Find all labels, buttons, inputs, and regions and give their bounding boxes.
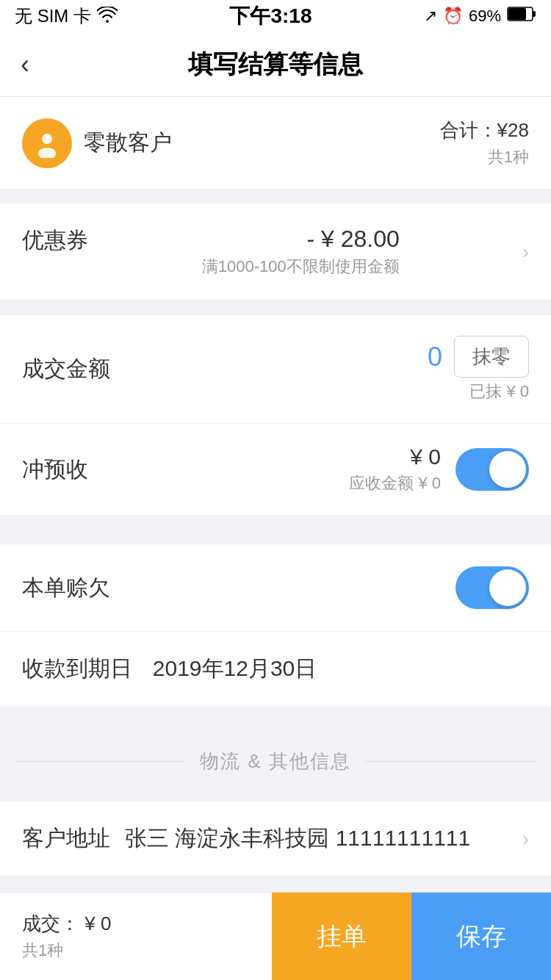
divider-line-left [15, 761, 185, 762]
round-zero-button[interactable]: 抹零 [454, 336, 529, 378]
svg-rect-2 [508, 8, 526, 20]
total-amount: 合计：¥28 [440, 118, 529, 143]
status-left: 无 SIM 卡 [15, 4, 118, 28]
status-time: 下午3:18 [229, 2, 311, 30]
toggle-knob [489, 451, 526, 488]
divider-line-right [366, 761, 536, 762]
battery-label: 69% [469, 7, 501, 26]
bottom-bar: 成交： ¥ 0 共1种 挂单 保存 [0, 892, 551, 980]
customer-total: 合计：¥28 共1种 [440, 118, 529, 168]
main-content: 零散客户 合计：¥28 共1种 优惠券 - ¥ 28.00 满1000-100不… [0, 97, 551, 964]
transaction-sub: 已抹 ¥ 0 [428, 381, 529, 403]
due-date-label: 收款到期日 [22, 656, 132, 680]
prepay-sub: 应收金额 ¥ 0 [349, 472, 441, 494]
credit-label: 本单赊欠 [22, 573, 110, 603]
address-value: 张三 海淀永丰科技园 11111111111 [125, 824, 522, 854]
nav-bar: ‹ 填写结算等信息 [0, 32, 551, 97]
status-bar: 无 SIM 卡 下午3:18 ↗ ⏰ 69% [0, 0, 551, 32]
prepay-right: ¥ 0 应收金额 ¥ 0 [349, 444, 529, 494]
logistics-label: 物流 & 其他信息 [200, 749, 351, 774]
transaction-value: 0 [428, 342, 442, 372]
section-divider-2 [0, 530, 551, 544]
prepay-row: 冲预收 ¥ 0 应收金额 ¥ 0 [0, 424, 551, 515]
credit-row: 本单赊欠 [0, 544, 551, 631]
svg-rect-1 [533, 11, 536, 17]
coupon-label: 优惠券 [22, 226, 88, 256]
address-label: 客户地址 [22, 824, 110, 854]
battery-icon [507, 7, 536, 26]
pending-button[interactable]: 挂单 [272, 893, 411, 981]
transaction-value-col: 0 抹零 已抹 ¥ 0 [428, 336, 529, 403]
due-date-value: 2019年12月30日 [153, 656, 317, 680]
bottom-summary: 成交： ¥ 0 共1种 [0, 911, 272, 962]
customer-row: 零散客户 合计：¥28 共1种 [0, 97, 551, 189]
prepay-label: 冲预收 [22, 455, 88, 485]
back-button[interactable]: ‹ [21, 49, 29, 80]
coupon-desc: 满1000-100不限制使用金额 [202, 256, 400, 278]
amount-row: 0 抹零 [428, 336, 529, 378]
prepay-amount: ¥ 0 [349, 444, 441, 469]
chevron-right-icon: › [522, 240, 529, 264]
address-row[interactable]: 客户地址 张三 海淀永丰科技园 11111111111 › [0, 801, 551, 876]
bottom-summary-count: 共1种 [22, 940, 250, 962]
customer-card: 零散客户 合计：¥28 共1种 [0, 97, 551, 189]
section-divider-1 [0, 300, 551, 315]
coupon-row[interactable]: 优惠券 - ¥ 28.00 满1000-100不限制使用金额 › [0, 203, 551, 300]
customer-info: 零散客户 [22, 118, 172, 168]
status-right: ↗ ⏰ 69% [424, 7, 536, 26]
logistics-divider: 物流 & 其他信息 [0, 735, 551, 787]
credit-toggle[interactable] [455, 566, 529, 609]
save-button[interactable]: 保存 [411, 893, 551, 981]
sim-label: 无 SIM 卡 [15, 4, 91, 28]
location-icon: ↗ [424, 7, 437, 26]
total-count: 共1种 [440, 146, 529, 168]
credit-toggle-knob [489, 569, 526, 606]
coupon-amount: - ¥ 28.00 [202, 226, 400, 253]
alarm-icon: ⏰ [443, 7, 463, 26]
page-title: 填写结算等信息 [188, 48, 363, 82]
transaction-section: 成交金额 0 抹零 已抹 ¥ 0 冲预收 ¥ 0 应收金额 ¥ 0 [0, 315, 551, 515]
section-divider-3 [0, 721, 551, 735]
coupon-section[interactable]: 优惠券 - ¥ 28.00 满1000-100不限制使用金额 › [0, 203, 551, 300]
customer-avatar [22, 118, 72, 168]
svg-point-4 [38, 148, 56, 158]
bottom-summary-amount: 成交： ¥ 0 [22, 911, 250, 937]
customer-name: 零散客户 [84, 128, 172, 158]
address-chevron-icon: › [522, 827, 529, 851]
credit-section: 本单赊欠 收款到期日 2019年12月30日 [0, 544, 551, 706]
prepay-value-col: ¥ 0 应收金额 ¥ 0 [349, 444, 441, 494]
transaction-row: 成交金额 0 抹零 已抹 ¥ 0 [0, 315, 551, 424]
due-date-row: 收款到期日 2019年12月30日 [0, 631, 551, 706]
svg-point-3 [42, 134, 52, 144]
coupon-right: - ¥ 28.00 满1000-100不限制使用金额 [202, 226, 400, 278]
transaction-label: 成交金额 [22, 354, 110, 384]
wifi-icon [97, 7, 118, 26]
prepay-toggle[interactable] [455, 448, 529, 491]
section-divider-4 [0, 787, 551, 801]
